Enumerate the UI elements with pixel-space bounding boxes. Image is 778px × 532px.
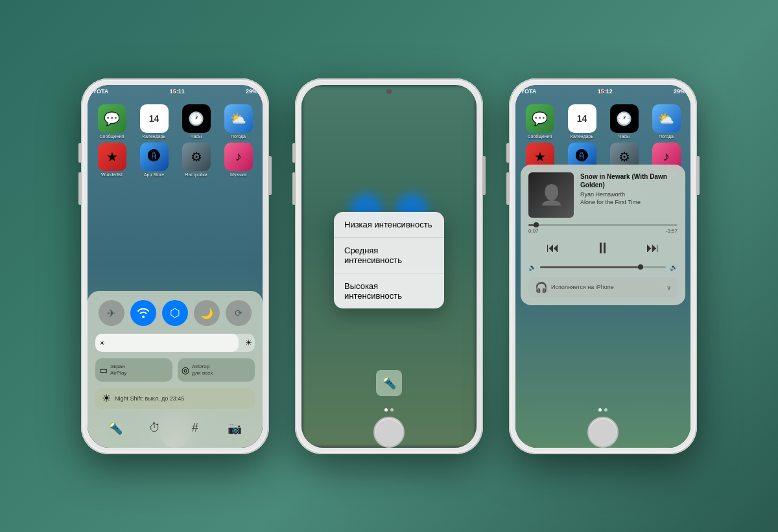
side-btn-volume-3[interactable] <box>506 172 509 205</box>
status-bar-3: YOTA 15:12 29% <box>515 85 690 98</box>
iphone-1-screen: YOTA 15:11 29% 💬 Сообщения 14 Календарь … <box>88 85 263 448</box>
app-messages-icon: 💬 <box>98 104 126 133</box>
app-clock-3[interactable]: 🕐 Часы <box>605 104 643 139</box>
volume-row: 🔈 🔊 <box>528 264 678 271</box>
flashlight-icon-blurred: 🔦 <box>376 370 402 396</box>
calculator-button[interactable]: # <box>183 417 207 440</box>
airdrop-button[interactable]: ◎ AirDropдля всех <box>178 358 255 381</box>
time-current: 0:07 <box>528 228 539 234</box>
carrier-3: YOTA <box>521 88 536 95</box>
popup-item-medium[interactable]: Средняяинтенсивность <box>334 238 444 273</box>
night-shift-bar[interactable]: ☀ Night Shift: выкл. до 23:45 <box>95 388 255 409</box>
popup-item-low[interactable]: Низкая интенсивность <box>334 212 444 238</box>
app-calendar[interactable]: 14 Календарь <box>135 104 173 139</box>
cc-button-row: ▭ ЭкранAirPlay ◎ AirDropдля всех <box>95 358 255 381</box>
prev-button[interactable]: ⏮ <box>547 240 560 255</box>
airplay-button[interactable]: ▭ ЭкранAirPlay <box>95 358 172 381</box>
music-player-panel: 👤 Snow in Newark (With Dawn Golden) Ryan… <box>521 165 685 305</box>
night-shift-icon: ☀ <box>102 392 111 404</box>
sun-large-icon: ☀ <box>245 338 252 347</box>
app-weather-3[interactable]: ⛅ Погода <box>647 104 685 139</box>
app-messages-3[interactable]: 💬 Сообщения <box>521 104 559 139</box>
side-btn-volume[interactable] <box>78 172 81 205</box>
battery-3: 29% <box>674 88 685 95</box>
dot-3-1 <box>598 408 602 411</box>
iphone-2: 🔦 Низкая интенсивность Средняяинтенсивно… <box>295 78 483 454</box>
app-clock[interactable]: 🕐 Часы <box>177 104 215 139</box>
app-settings-icon: ⚙ <box>182 143 211 171</box>
iphone-1: YOTA 15:11 29% 💬 Сообщения 14 Календарь … <box>81 78 269 454</box>
time-1: 15:11 <box>170 88 185 95</box>
airplay-label: ЭкранAirPlay <box>110 364 126 376</box>
toggle-bluetooth[interactable]: ⬡ <box>162 300 188 326</box>
page-dots-3 <box>515 408 690 411</box>
dot-3-2 <box>604 408 607 411</box>
time-row: 0:07 -3:57 <box>528 228 678 234</box>
battery-1: 29% <box>246 88 257 95</box>
airplay-row[interactable]: 🎧 Исполняется на iPhone ∨ <box>528 277 678 297</box>
app-appstore-icon: 🅐 <box>140 143 169 171</box>
app-calendar-3[interactable]: 14 Календарь <box>563 104 601 139</box>
app-appstore[interactable]: 🅐 App Store <box>135 143 173 177</box>
artist-photo: 👤 <box>528 172 574 218</box>
app-calendar-icon: 14 <box>140 104 169 133</box>
side-btn-power-2[interactable] <box>483 156 486 195</box>
progress-bar[interactable] <box>528 224 678 226</box>
app-wunderlist-icon: ★ <box>98 143 126 171</box>
song-title: Snow in Newark (With Dawn Golden) <box>580 172 678 189</box>
status-bar-2 <box>301 85 477 98</box>
time-remaining: -3:57 <box>666 228 678 234</box>
toggle-rotation[interactable]: ⟳ <box>226 300 252 326</box>
status-bar-1: YOTA 15:11 29% <box>88 85 263 98</box>
toggle-wifi[interactable] <box>130 300 156 326</box>
vol-low-icon: 🔈 <box>528 264 536 271</box>
time-3: 15:12 <box>598 88 613 95</box>
app-calendar-icon-3: 14 <box>568 104 596 133</box>
vol-high-icon: 🔊 <box>670 264 678 271</box>
popup-item-high[interactable]: Высокаяинтенсивность <box>334 273 444 308</box>
sun-small-icon: ☀ <box>99 340 105 347</box>
flashlight-button[interactable]: 🔦 <box>104 417 127 440</box>
side-btn-volume-2[interactable] <box>292 172 295 205</box>
control-center-1: ✈ ⬡ 🌙 ⟳ ☀ ☀ <box>88 291 263 447</box>
side-btn-mute-3[interactable] <box>506 143 509 163</box>
side-btn-mute-2[interactable] <box>292 143 295 163</box>
toggle-dnd[interactable]: 🌙 <box>194 300 220 326</box>
app-messages[interactable]: 💬 Сообщения <box>93 104 131 139</box>
app-settings[interactable]: ⚙ Настройки <box>177 143 215 177</box>
cc-bottom-icons: 🔦 ⏱ # 📷 <box>95 417 255 440</box>
airplay-playing-text: Исполняется на iPhone <box>551 284 614 290</box>
vol-fill <box>540 266 641 268</box>
album-name: Alone for the First Time <box>580 199 678 205</box>
night-shift-text: Night Shift: выкл. до 23:45 <box>115 395 184 402</box>
album-art: 👤 <box>528 172 574 218</box>
toggle-airplane[interactable]: ✈ <box>99 300 124 326</box>
app-grid-1: 💬 Сообщения 14 Календарь 🕐 Часы ⛅ Погода… <box>88 99 263 182</box>
progress-thumb <box>534 222 539 227</box>
page-dots-2 <box>301 408 477 411</box>
side-btn-power[interactable] <box>269 156 272 195</box>
camera-button[interactable]: 📷 <box>223 417 246 440</box>
chevron-down-icon: ∨ <box>666 284 671 291</box>
app-weather[interactable]: ⛅ Погода <box>219 104 257 139</box>
iphone-3: YOTA 15:12 29% 💬 Сообщения 14 Календарь … <box>509 78 697 454</box>
pause-button[interactable]: ⏸ <box>595 239 611 257</box>
volume-bar[interactable] <box>540 266 666 268</box>
app-wunderlist[interactable]: ★ Wunderlist <box>93 143 131 177</box>
iphone-3-screen: YOTA 15:12 29% 💬 Сообщения 14 Календарь … <box>515 85 690 448</box>
timer-button[interactable]: ⏱ <box>143 417 167 440</box>
music-controls: ⏮ ⏸ ⏭ <box>528 239 678 257</box>
slider-fill <box>95 334 239 352</box>
dot-2-2 <box>390 408 394 411</box>
app-messages-icon-3: 💬 <box>526 104 554 133</box>
app-clock-icon-3: 🕐 <box>610 104 639 133</box>
side-btn-mute[interactable] <box>78 143 81 163</box>
next-button[interactable]: ⏭ <box>646 240 659 255</box>
app-music[interactable]: ♪ Музыка <box>219 143 257 177</box>
intensity-popup: Низкая интенсивность Средняяинтенсивност… <box>334 212 444 308</box>
app-weather-icon-3: ⛅ <box>652 104 681 133</box>
airdrop-icon: ◎ <box>182 365 189 375</box>
side-btn-power-3[interactable] <box>697 156 700 195</box>
app-clock-icon: 🕐 <box>182 104 211 133</box>
brightness-slider[interactable]: ☀ ☀ <box>95 334 255 352</box>
